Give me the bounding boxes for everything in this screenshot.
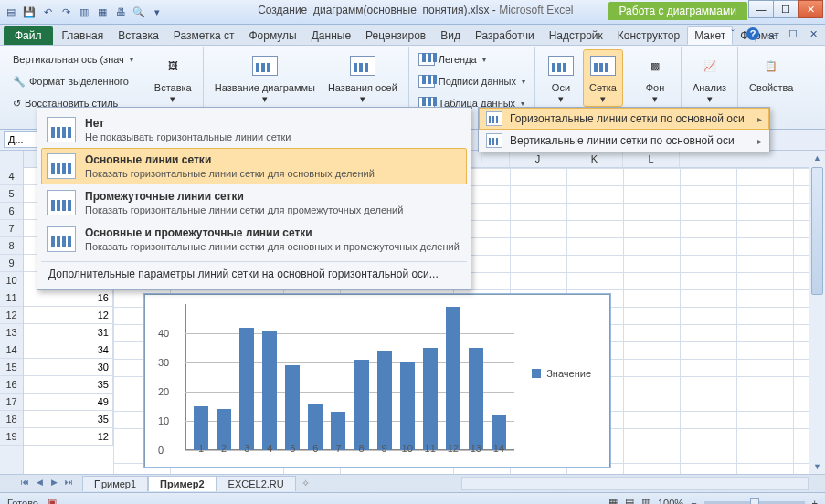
qat-more-icon[interactable]: ▾ (150, 5, 164, 19)
bar[interactable] (400, 362, 415, 450)
tab-view[interactable]: Вид (433, 26, 468, 45)
chart-object[interactable]: Значение 0102030401234567891011121314 (144, 294, 610, 467)
bar[interactable] (446, 307, 460, 450)
background-button[interactable]: ▩ Фон▾ (635, 49, 675, 107)
gridlines-menu-item[interactable]: Промежуточные линии сетки Показать гориз… (41, 184, 467, 221)
bar[interactable] (354, 360, 369, 450)
view-pagelayout-icon[interactable]: ▤ (625, 497, 634, 504)
row-header[interactable]: 13 (0, 324, 23, 341)
axis-titles-button[interactable]: Названия осей▾ (323, 49, 403, 107)
row-header[interactable]: 8 (0, 237, 23, 255)
minimize-ribbon-icon[interactable]: ˇ (726, 27, 739, 40)
file-tab[interactable]: Файл (4, 26, 53, 45)
sheet-nav-next-icon[interactable]: ▶ (48, 478, 60, 490)
column-header[interactable]: L (623, 151, 680, 167)
row-header[interactable]: 16 (0, 376, 23, 394)
row-header[interactable]: 18 (0, 411, 23, 428)
submenu-horizontal-gridlines[interactable]: Горизонтальные линии сетки по основной о… (479, 108, 769, 130)
sheet-tab[interactable]: EXCEL2.RU (217, 476, 296, 491)
macro-record-icon[interactable]: ▣ (48, 497, 57, 504)
cell[interactable]: 34 (24, 341, 113, 359)
excel-icon[interactable]: ▤ (4, 5, 18, 19)
qat-icon[interactable]: ▥ (77, 5, 91, 19)
chart-element-selector[interactable]: Вертикальная ось (знач▾ (9, 49, 137, 69)
row-header[interactable]: 12 (0, 307, 23, 324)
minimize-button[interactable]: — (748, 0, 774, 18)
data-labels-button[interactable]: Подписи данных▾ (415, 71, 529, 91)
tab-insert[interactable]: Вставка (111, 26, 166, 45)
tab-formulas[interactable]: Формулы (242, 26, 304, 45)
zoom-out-icon[interactable]: − (691, 498, 696, 505)
maximize-button[interactable]: ☐ (773, 0, 799, 18)
row-header[interactable]: 4 (0, 168, 23, 185)
tab-addins[interactable]: Надстройк (542, 26, 610, 45)
close-button[interactable]: ✕ (798, 0, 823, 18)
scrollbar-thumb[interactable] (811, 167, 823, 295)
axes-button[interactable]: Оси▾ (541, 49, 581, 107)
tab-data[interactable]: Данные (304, 26, 358, 45)
cell[interactable]: 30 (24, 359, 113, 376)
cell[interactable]: 12 (24, 428, 113, 446)
row-header[interactable]: 7 (0, 220, 23, 237)
tab-design[interactable]: Конструктор (610, 26, 687, 45)
column-header[interactable]: J (510, 151, 566, 167)
properties-button[interactable]: 📋 Свойства (744, 49, 799, 95)
gridlines-more-options[interactable]: Дополнительные параметры линий сетки на … (41, 261, 467, 286)
row-header[interactable]: 10 (0, 272, 23, 289)
print-icon[interactable]: 🖶 (113, 5, 128, 19)
row-header[interactable]: 5 (0, 185, 23, 203)
submenu-vertical-gridlines[interactable]: Вертикальные линии сетки по основной оси… (479, 130, 769, 152)
preview-icon[interactable]: 🔍 (132, 5, 146, 19)
gridlines-menu-item[interactable]: Основные и промежуточные линии сетки Пок… (41, 221, 467, 257)
bar[interactable] (285, 365, 300, 450)
sheet-nav-prev-icon[interactable]: ◀ (33, 478, 46, 490)
row-header[interactable]: 6 (0, 203, 23, 220)
bar[interactable] (469, 348, 483, 450)
cell[interactable]: 12 (24, 307, 113, 324)
sheet-nav-first-icon[interactable]: ⏮ (18, 478, 31, 490)
insert-button[interactable]: 🖼 Вставка▾ (149, 49, 197, 107)
tab-pagelayout[interactable]: Разметка ст (166, 26, 242, 45)
row-header[interactable]: 14 (0, 341, 23, 359)
analysis-button[interactable]: 📈 Анализ▾ (687, 49, 732, 107)
gridlines-menu-item[interactable]: Основные линии сетки Показать горизонтал… (41, 148, 467, 184)
save-icon[interactable]: 💾 (22, 5, 37, 19)
zoom-in-icon[interactable]: + (812, 498, 818, 505)
zoom-level[interactable]: 100% (658, 498, 683, 505)
row-header[interactable]: 15 (0, 359, 23, 376)
cell[interactable]: 35 (24, 376, 113, 394)
row-header[interactable]: 11 (0, 289, 23, 307)
redo-icon[interactable]: ↷ (58, 5, 73, 19)
cell[interactable]: 16 (24, 289, 113, 307)
row-header[interactable]: 9 (0, 255, 23, 272)
doc-minimize-icon[interactable]: — (767, 27, 779, 40)
row-header[interactable]: 17 (0, 394, 23, 411)
chart-legend[interactable]: Значение (532, 368, 591, 379)
cell[interactable]: 49 (24, 394, 113, 411)
new-sheet-icon[interactable]: ✧ (301, 478, 310, 489)
cell[interactable]: 35 (24, 411, 113, 428)
sheet-nav-last-icon[interactable]: ⏭ (62, 478, 75, 490)
gridlines-button[interactable]: Сетка▾ (583, 49, 623, 107)
tab-home[interactable]: Главная (55, 26, 111, 45)
view-pagebreak-icon[interactable]: ▥ (641, 497, 650, 504)
column-header[interactable]: K (566, 151, 623, 167)
tab-review[interactable]: Рецензиров (358, 26, 433, 45)
legend-button[interactable]: Легенда▾ (415, 49, 529, 69)
help-icon[interactable]: ? (746, 27, 759, 40)
tab-developer[interactable]: Разработчи (468, 26, 542, 45)
chart-title-button[interactable]: Название диаграммы▾ (209, 49, 321, 107)
plot-area[interactable] (185, 304, 514, 450)
bar[interactable] (377, 351, 392, 450)
view-normal-icon[interactable]: ▦ (608, 497, 618, 504)
scroll-up-icon[interactable]: ▲ (809, 151, 825, 165)
bar[interactable] (423, 348, 438, 450)
qat-icon[interactable]: ▦ (95, 5, 110, 19)
doc-restore-icon[interactable]: ☐ (787, 27, 799, 40)
gridlines-menu-item[interactable]: Нет Не показывать горизонтальные линии с… (41, 111, 467, 148)
horizontal-scrollbar[interactable] (461, 477, 809, 490)
row-header[interactable]: 19 (0, 428, 23, 446)
cell[interactable]: 31 (24, 324, 113, 341)
sheet-tab[interactable]: Пример2 (148, 476, 216, 491)
format-selection-button[interactable]: 🔧 Формат выделенного (9, 71, 137, 91)
